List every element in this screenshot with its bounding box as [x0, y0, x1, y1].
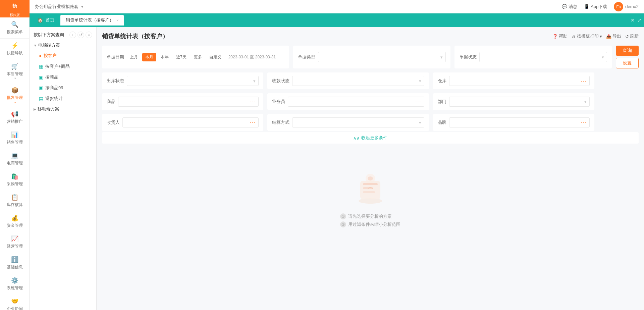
- chart-bar-icon: ▦: [39, 64, 43, 69]
- doc-status-cell: 单据状态 ▾: [454, 46, 612, 68]
- receiver-select[interactable]: ···: [122, 117, 259, 127]
- sidebar-item-zijin[interactable]: 💰 资金管理: [0, 211, 29, 232]
- date-range-display: 2023-03-01 至 2023-03-31: [228, 54, 276, 60]
- scheme-item-by-customer[interactable]: ● 按客户: [30, 50, 96, 61]
- svg-rect-6: [363, 191, 375, 193]
- handshake-icon: 🤝: [11, 298, 18, 305]
- chevron-down-icon6: ▾: [419, 120, 421, 125]
- sidebar-item-jingying[interactable]: 📈 经营管理: [0, 232, 29, 253]
- empty-state: ① 请先选择要分析的方案 ② 用过滤条件来缩小分析范围: [102, 149, 639, 248]
- sidebar-item-qiye[interactable]: 🤝 企业协同: [0, 294, 29, 310]
- home-icon: 🏠: [38, 18, 43, 23]
- department-cell: 部门 ▾: [433, 93, 594, 110]
- export-btn[interactable]: 📤 导出: [606, 33, 621, 39]
- main-area: 办公用品行业模拟账套 ▾ 💬 消息 📱 App下载 Ea demo2 🏠 首页 …: [30, 0, 644, 310]
- warehouse-select[interactable]: ···: [449, 76, 590, 86]
- date-btn-this-month[interactable]: 本月: [142, 53, 156, 61]
- more-dots-icon4: ···: [250, 119, 256, 126]
- export-icon: 📤: [606, 34, 611, 39]
- scheme-header: 按以下方案查询 + ↺ «: [30, 30, 96, 40]
- product-select[interactable]: ···: [118, 97, 259, 107]
- refresh-btn[interactable]: ↺ 刷新: [625, 33, 639, 39]
- scheme-refresh-btn[interactable]: ↺: [77, 32, 84, 38]
- sidebar-item-lingshou[interactable]: 🛒 零售管理 ▾: [0, 59, 29, 83]
- sidebar-item-xiaoshou[interactable]: 📊 销售管理: [0, 128, 29, 149]
- help-btn[interactable]: ❓ 帮助: [552, 33, 568, 39]
- receiver-label: 收货人: [107, 119, 120, 125]
- collapse-bar[interactable]: ∧∧ 收起更多条件: [102, 132, 639, 144]
- receipt-status-select[interactable]: ▾: [292, 76, 424, 86]
- scheme-collapse-btn[interactable]: «: [86, 32, 92, 38]
- content-area: 按以下方案查询 + ↺ « ▼ 电脑端方案 ● 按客户 ▦ 按客: [30, 27, 644, 310]
- app-download-btn[interactable]: 📱 App下载: [584, 4, 607, 10]
- sidebar-item-caigou[interactable]: 🛍️ 采购管理: [0, 169, 29, 190]
- trend-icon: 📈: [11, 235, 18, 243]
- tab-sales-stats[interactable]: 销货单统计表（按客户） ×: [60, 15, 124, 25]
- scheme-item-by-product[interactable]: ▣ 按商品: [30, 72, 96, 83]
- close-tab-icon[interactable]: ×: [116, 18, 118, 22]
- date-btn-last-month[interactable]: 上月: [127, 53, 141, 61]
- message-btn[interactable]: 💬 消息: [562, 4, 577, 10]
- settings-button[interactable]: 设置: [616, 58, 639, 68]
- chevron-down-icon: ▾: [14, 77, 16, 80]
- date-btn-7days[interactable]: 近7天: [173, 53, 190, 61]
- download-icon: 📱: [584, 4, 589, 9]
- cart-icon: 🛒: [11, 63, 18, 70]
- sidebar-item-kucun[interactable]: 📋 库存核算: [0, 190, 29, 211]
- laptop-icon: 💻: [11, 152, 18, 159]
- salesperson-select[interactable]: ···: [288, 97, 424, 107]
- collapse-arrow-icon: ∧∧: [353, 136, 360, 141]
- scheme-group-mobile-header[interactable]: ▶ 移动端方案: [30, 104, 96, 114]
- scheme-group-desktop-header[interactable]: ▼ 电脑端方案: [30, 40, 96, 50]
- close-window-icon[interactable]: ✕: [631, 17, 635, 23]
- settlement-select[interactable]: ▾: [292, 117, 424, 127]
- sidebar-item-jichu[interactable]: ℹ️ 基础信息: [0, 253, 29, 273]
- logo: 畅 标账版: [0, 0, 30, 17]
- topbar-dropdown[interactable]: ▾: [81, 4, 83, 9]
- search-icon: 🔍: [11, 21, 18, 28]
- maximize-window-icon[interactable]: ⤢: [637, 17, 641, 23]
- brand-label: 品牌: [438, 119, 446, 125]
- search-menu[interactable]: 🔍 搜索菜单: [0, 17, 29, 39]
- sidebar-item-xitong[interactable]: ⚙️ 系统管理: [0, 273, 29, 294]
- query-button[interactable]: 查询: [616, 46, 639, 56]
- scheme-item-by-customer-product[interactable]: ▦ 按客户+商品: [30, 61, 96, 72]
- sidebar-item-pifa[interactable]: 📦 批发管理 ▴: [0, 83, 29, 107]
- box3-icon: ▣: [39, 85, 43, 91]
- gear-icon: ⚙️: [11, 277, 18, 284]
- tab-home[interactable]: 🏠 首页: [32, 15, 60, 25]
- print-icon: 🖨: [572, 34, 576, 39]
- doc-type-label: 单据类型: [298, 54, 315, 60]
- receipt-status-label: 收款状态: [272, 78, 289, 84]
- avatar: Ea: [614, 2, 623, 11]
- print-btn[interactable]: 🖨 按模板打印 ▾: [572, 33, 602, 39]
- doc-type-select[interactable]: ▾: [318, 52, 446, 62]
- more-dots-icon5: ···: [581, 119, 587, 126]
- doc-type-cell: 单据类型 ▾: [293, 46, 450, 68]
- sidebar-item-kuaijie[interactable]: ⚡ 快捷导航: [0, 39, 29, 59]
- action-btns: 查询 设置: [616, 46, 639, 68]
- page-title: 销货单统计表（按客户）: [102, 32, 168, 40]
- scheme-item-return-stats[interactable]: ▤ 退货统计: [30, 93, 96, 104]
- scheme-item-by-product-99[interactable]: ▣ 按商品99: [30, 83, 96, 93]
- date-btn-this-year[interactable]: 本年: [158, 53, 172, 61]
- date-btn-more[interactable]: 更多: [191, 53, 205, 61]
- username: demo2: [625, 4, 639, 9]
- date-options: 上月 本月 本年 近7天 更多 自定义: [127, 53, 224, 61]
- out-status-label: 出库状态: [107, 78, 124, 84]
- department-label: 部门: [438, 99, 446, 105]
- receipt-status-cell: 收款状态 ▾: [267, 72, 429, 89]
- sidebar-item-dianshang[interactable]: 💻 电商管理: [0, 149, 29, 169]
- out-status-select[interactable]: ▾: [127, 76, 259, 86]
- sidebar-item-yingxiao[interactable]: 📢 营销推广: [0, 107, 29, 128]
- brand-select[interactable]: ···: [449, 117, 590, 127]
- empty-tips: ① 请先选择要分析的方案 ② 用过滤条件来缩小分析范围: [340, 213, 400, 227]
- doc-status-select[interactable]: ▾: [479, 52, 607, 62]
- topbar-title: 办公用品行业模拟账套: [35, 4, 78, 10]
- page-title-row: 销货单统计表（按客户） ❓ 帮助 🖨 按模板打印 ▾ 📤 导出: [102, 32, 639, 40]
- message-icon: 💬: [562, 4, 567, 9]
- user-section[interactable]: Ea demo2: [614, 2, 639, 11]
- date-btn-custom[interactable]: 自定义: [206, 53, 224, 61]
- scheme-add-btn[interactable]: +: [69, 32, 76, 38]
- department-select[interactable]: ▾: [449, 97, 590, 107]
